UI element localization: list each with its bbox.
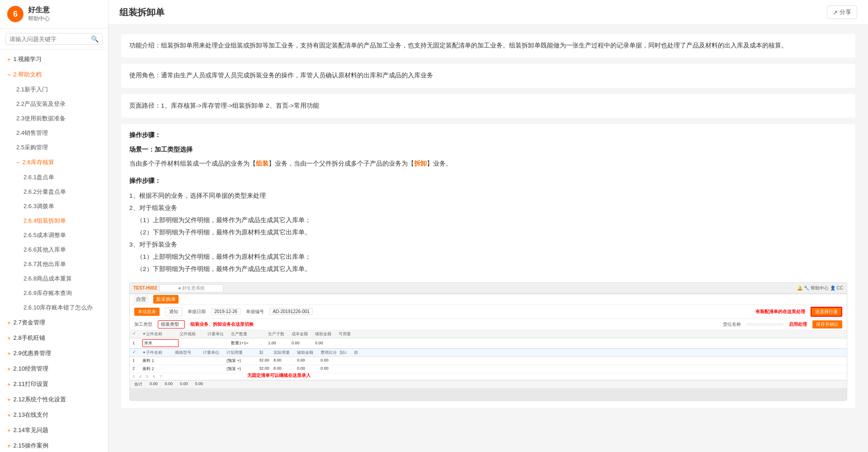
- col-unit: 计量单位: [208, 331, 230, 337]
- sidebar: 6 好生意 帮助中心 🔍 + 1.视频学习 − 2.帮助文档 2.1新手入门 2…: [0, 0, 108, 452]
- sidebar-item-coupon[interactable]: + 2.9优惠券管理: [0, 346, 108, 361]
- fake-warehouse-label: 货位名称: [723, 321, 741, 328]
- step3-1: （1）上部明细为父件明细，最终作为原材料生成其它出库单；: [137, 251, 847, 263]
- search-bar: 🔍: [0, 29, 108, 50]
- sidebar-item-inbound[interactable]: 2.6.6其他入库单: [0, 243, 108, 257]
- sidebar-item-stocktake[interactable]: 2.6.1盘点单: [0, 170, 108, 185]
- page-title: 组装拆卸单: [119, 6, 165, 19]
- fake-date-value: 2019-12-26: [211, 308, 241, 315]
- sub-col-child: ✦子件名称: [142, 350, 174, 356]
- fake-doc-value: AD-20191226-001: [269, 308, 313, 315]
- footer-val4: 0.00: [195, 381, 203, 387]
- fake-tab-info: 本信息表: [134, 308, 160, 316]
- sidebar-item-mobile[interactable]: + 2.8手机旺铺: [0, 330, 108, 346]
- sidebar-item-ledger-fix[interactable]: 2.6.10库存账本错了怎么办: [0, 300, 108, 315]
- ops-title: 操作步骤：: [129, 131, 847, 139]
- collapse-icon-inventory: −: [16, 159, 20, 166]
- fake-tab-notify: 通知: [165, 307, 182, 316]
- sidebar-item-transfer[interactable]: 2.6.3调拨单: [0, 199, 108, 214]
- sub-row1-name: 黄料 1: [142, 358, 174, 364]
- ops-steps-title: 操作步骤：: [129, 177, 847, 185]
- sub-col-check: ✓: [132, 350, 142, 356]
- search-input[interactable]: [9, 36, 91, 43]
- annotation-text-2: 组装业务、拆卸业务在这里切换: [190, 321, 254, 328]
- col-avail: 可用量: [339, 331, 361, 337]
- sidebar-item-newcomer[interactable]: 2.1新手入门: [0, 82, 108, 97]
- sidebar-item-inventory[interactable]: − 2.6库存核算: [0, 155, 108, 170]
- plus-icon: +: [7, 319, 11, 326]
- sidebar-item-video[interactable]: + 1.视频学习: [0, 52, 108, 67]
- sub-col-spec: 规格型号: [175, 350, 202, 356]
- sidebar-item-payment[interactable]: + 2.13在线支付: [0, 407, 108, 423]
- fake-btn-confirm2: 保存并确认: [812, 320, 842, 328]
- plus-icon: +: [7, 427, 11, 434]
- fake-date-label: 单据日期: [188, 309, 206, 315]
- row1-sub: 1.00: [268, 341, 291, 345]
- sidebar-item-finance[interactable]: + 2.7资金管理: [0, 315, 108, 330]
- sidebar-item-install[interactable]: 2.2产品安装及登录: [0, 97, 108, 111]
- sidebar-item-operations[interactable]: + 2.10经营管理: [0, 361, 108, 376]
- logo-icon: 6: [7, 6, 24, 22]
- sidebar-item-assembly[interactable]: 2.6.4组装拆卸单: [0, 214, 108, 228]
- row1-aux: 0.00: [315, 341, 338, 345]
- fake-type-select: 组装类型: [158, 320, 185, 328]
- sidebar-item-faq[interactable]: + 2.14常见问题: [0, 423, 108, 438]
- sidebar-item-cost-recalc[interactable]: 2.6.8商品成本重算: [0, 271, 108, 286]
- annotation-text-1: 有装配清单的在这里处理: [755, 309, 805, 315]
- step2-1: （1）上部明细为父件明细，最终作为产成品生成其它入库单；: [137, 214, 847, 226]
- sub-col-x: 划: [259, 350, 273, 356]
- col-aux-cost: 辅助金额: [315, 331, 338, 337]
- help-center-label: 帮助中心: [28, 15, 50, 23]
- sidebar-item-weight-count[interactable]: 2.6.2分量盘点单: [0, 185, 108, 199]
- fake-browser-url: ● 好生意系统: [160, 284, 223, 292]
- nav-section: + 1.视频学习 − 2.帮助文档 2.1新手入门 2.2产品安装及登录 2.3…: [0, 50, 108, 452]
- table-footer: 合计 0.00 0.00 0.00 0.00: [130, 380, 847, 388]
- sub-col-u: 划U: [340, 350, 353, 356]
- plus-icon: +: [7, 412, 11, 419]
- sub-col-ratio: 费用比分: [321, 350, 339, 356]
- col-check: ✓: [132, 331, 142, 337]
- sidebar-item-outbound[interactable]: 2.6.7其他出库单: [0, 257, 108, 271]
- col-ops: [362, 331, 371, 337]
- sidebar-item-data-prep[interactable]: 2.3使用前数据准备: [0, 111, 108, 126]
- sidebar-item-print[interactable]: + 2.11打印设置: [0, 376, 108, 392]
- share-icon: ↗: [833, 9, 838, 16]
- step2: 2、对于组装业务: [129, 202, 847, 214]
- search-icon: 🔍: [91, 35, 99, 43]
- expand-icon: +: [7, 56, 11, 63]
- annotation-text-3: 启用处理: [789, 321, 807, 328]
- scene1-desc: 当由多个子件材料组装成一个成品的业务为【组装】业务，当由一个父件拆分成多个子产品…: [129, 157, 847, 170]
- footer-val1: 0.00: [150, 381, 158, 387]
- plus-icon: +: [7, 350, 11, 357]
- sidebar-item-cases[interactable]: + 2.15操作案例: [0, 438, 108, 452]
- sidebar-item-cost-adjust[interactable]: 2.6.5成本调整单: [0, 228, 108, 243]
- sub-col-aux: 辅助金额: [297, 350, 320, 356]
- fake-type-label: 加工类型: [134, 321, 152, 328]
- sidebar-item-sales[interactable]: 2.4销售管理: [0, 126, 108, 140]
- col-prod-qty: 生产数量: [231, 331, 267, 337]
- screenshot-container: TEST-H002 ● 好生意系统 🔔 🔧 帮助中心 👤 CC 自营 新采购单 …: [129, 282, 847, 401]
- sidebar-item-custom[interactable]: + 2.12系统个性化设置: [0, 392, 108, 407]
- row1-check: 1: [132, 341, 142, 345]
- sidebar-item-ledger-query[interactable]: 2.6.9库存账本查询: [0, 286, 108, 300]
- plus-icon: +: [7, 381, 11, 388]
- sidebar-item-purchase[interactable]: 2.5采购管理: [0, 140, 108, 155]
- col-sub-qty: 生产子数: [268, 331, 291, 337]
- fake-doc-label: 单据编号: [246, 309, 264, 315]
- share-button[interactable]: ↗ 分享: [827, 5, 857, 19]
- sidebar-header: 6 好生意 帮助中心: [0, 0, 108, 29]
- col-cost: 成本金额: [292, 331, 314, 337]
- collapse-icon: −: [7, 71, 11, 78]
- annotation-text-4: 无固定清单可以继续在这里录入: [247, 372, 311, 379]
- sub-row2-name: 黄料 2: [142, 366, 174, 372]
- sidebar-item-help-docs[interactable]: − 2.帮助文档: [0, 67, 108, 82]
- fake-browser-icons: 🔔 🔧 帮助中心 👤 CC: [797, 285, 843, 291]
- intro-block-2: 使用角色：通常由生产人员或库管人员完成拆装业务的操作，库管人员确认原材料的出库和…: [121, 64, 855, 87]
- plus-icon: +: [7, 366, 11, 372]
- fake-nav-new: 新采购单: [153, 295, 179, 304]
- step2-2: （2）下部明细为子件明细，最终作为原材料生成其它出库单。: [137, 226, 847, 238]
- plus-icon: +: [7, 442, 11, 449]
- footer-val2: 0.00: [165, 381, 173, 387]
- step3: 3、对于拆装业务: [129, 238, 847, 251]
- col-parent: ✦父件名称: [142, 331, 179, 337]
